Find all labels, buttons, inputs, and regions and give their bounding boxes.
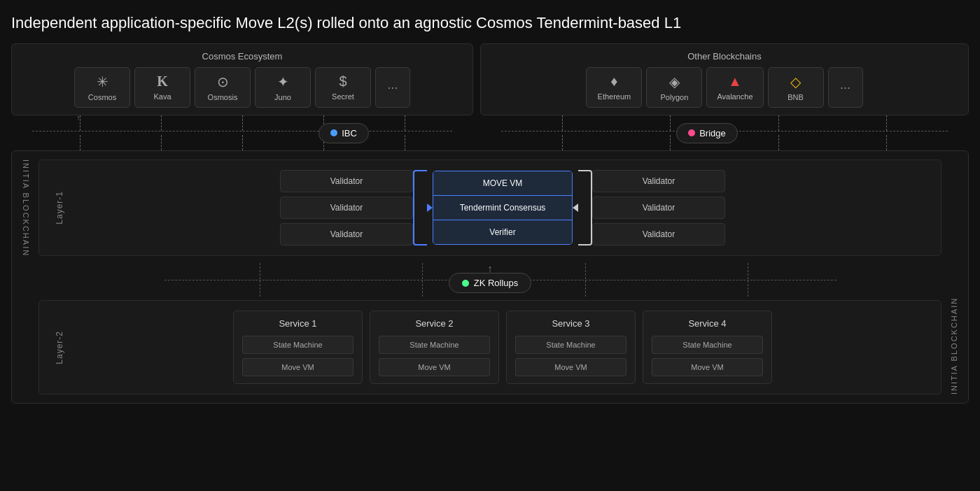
other-panel-header: Other Blockchains (488, 51, 961, 62)
ibc-label: IBC (342, 128, 357, 138)
other-arrow-d4 (886, 135, 887, 150)
ethereum-name: Ethereum (598, 92, 631, 101)
cosmos-dashed-line (32, 131, 452, 131)
vm-box-move: MOVE VM (433, 171, 572, 196)
cosmos-chains: ✳ Cosmos K Kava ⊙ Osmosis ✦ Juno (19, 67, 465, 108)
avalanche-icon: ▲ (728, 73, 742, 90)
service-3-vm: Move VM (515, 358, 626, 376)
cosmos-panel: Cosmos Ecosystem ✳ Cosmos K Kava ⊙ Osmos… (11, 43, 473, 115)
service-2-vm: Move VM (379, 358, 490, 376)
chain-ethereum: ♦ Ethereum (586, 67, 642, 108)
other-arrow-4 (886, 115, 887, 131)
cosmos-arrows-down (11, 135, 473, 150)
layer1-section: Layer-1 Validator Validator Validator (38, 159, 941, 256)
secret-icon: $ (339, 73, 346, 90)
cosmos-panel-header: Cosmos Ecosystem (19, 51, 465, 62)
service-4-title: Service 4 (652, 318, 763, 329)
service-4-state: State Machine (652, 336, 763, 354)
other-chains: ♦ Ethereum ◈ Polygon ▲ Avalanche ◇ BNB (488, 67, 961, 108)
initia-label-left: Initia Blockchain (19, 159, 33, 394)
other-arrow-2 (670, 115, 671, 131)
validators-right: Validator Validator Validator (592, 170, 725, 246)
arrow-right (427, 204, 433, 212)
osmosis-name: Osmosis (208, 93, 238, 101)
validator-left-3: Validator (280, 223, 413, 246)
cosmos-arrow-3 (242, 115, 243, 131)
bnb-icon: ◇ (790, 73, 801, 90)
validator-right-1: Validator (592, 170, 725, 192)
arrow-left (573, 204, 578, 212)
initia-inner: Layer-1 Validator Validator Validator (38, 159, 941, 394)
avalanche-name: Avalanche (717, 92, 752, 101)
cosmos-arrow-d5 (405, 135, 405, 150)
cosmos-arrow-2 (161, 115, 162, 131)
chain-avalanche: ▲ Avalanche (706, 67, 763, 108)
validators-left: Validator Validator Validator (280, 170, 413, 246)
cosmos-arrow-d2 (161, 135, 162, 150)
secret-name: Secret (332, 92, 354, 101)
services-row: Service 1 State Machine Move VM Service … (76, 311, 930, 384)
bracket-right (578, 170, 592, 246)
other-arrow-3 (778, 115, 779, 131)
diagram-wrapper: Cosmos Ecosystem ✳ Cosmos K Kava ⊙ Osmos… (11, 43, 969, 404)
cosmos-arrow-d1 (80, 135, 80, 150)
service-3-title: Service 3 (515, 318, 626, 329)
service-1-state: State Machine (242, 336, 354, 354)
initia-label-right: Initia Blockchain (947, 159, 961, 394)
page: Independent application-specific Move L2… (0, 0, 980, 411)
service-card-4: Service 4 State Machine Move VM (643, 311, 772, 384)
chain-osmosis: ⊙ Osmosis (195, 67, 251, 108)
chain-juno: ✦ Juno (255, 67, 311, 108)
bnb-name: BNB (788, 93, 804, 101)
juno-icon: ✦ (277, 73, 289, 90)
chain-bnb: ◇ BNB (768, 67, 824, 108)
service-3-state: State Machine (515, 336, 626, 354)
cosmos-more: ··· (375, 67, 410, 108)
service-card-1: Service 1 State Machine Move VM (233, 311, 363, 384)
chain-polygon: ◈ Polygon (646, 67, 702, 108)
vm-box-tendermint: Tendermint Consensus (433, 196, 572, 220)
service-4-vm: Move VM (652, 358, 763, 376)
other-arrow-1 (562, 115, 563, 131)
other-panel: Other Blockchains ♦ Ethereum ◈ Polygon ▲… (480, 43, 969, 115)
bridge-dot (688, 129, 695, 136)
validator-left-2: Validator (280, 197, 413, 219)
mid-connector-row: ↑ IBC (11, 115, 969, 150)
validator-right-2: Validator (592, 197, 725, 219)
service-card-2: Service 2 State Machine Move VM (370, 311, 499, 384)
zk-badge: ZK Rollups (449, 273, 532, 293)
polygon-name: Polygon (661, 93, 689, 101)
bridge-badge: Bridge (676, 123, 738, 143)
service-1-title: Service 1 (242, 318, 354, 329)
bracket-left (413, 170, 427, 246)
chain-kava: K Kava (134, 67, 190, 108)
chain-cosmos: ✳ Cosmos (74, 67, 130, 108)
ibc-dot (330, 129, 337, 136)
other-arrow-d1 (562, 135, 563, 150)
service-2-state: State Machine (379, 336, 490, 354)
juno-name: Juno (274, 93, 291, 101)
layer1-label: Layer-1 (50, 191, 64, 225)
other-mid: Bridge (480, 115, 969, 150)
zk-dot (462, 280, 469, 287)
ethereum-icon: ♦ (610, 73, 617, 90)
polygon-icon: ◈ (669, 73, 680, 90)
bridge-label: Bridge (699, 128, 726, 138)
layer2-label: Layer-2 (50, 331, 64, 364)
top-blockchains: Cosmos Ecosystem ✳ Cosmos K Kava ⊙ Osmos… (11, 43, 969, 115)
ibc-badge: IBC (318, 123, 369, 143)
layer1-inner: Validator Validator Validator (76, 170, 930, 246)
other-arrow-d3 (778, 135, 779, 150)
service-card-3: Service 3 State Machine Move VM (506, 311, 636, 384)
other-arrow-d2 (670, 135, 671, 150)
chain-secret: $ Secret (315, 67, 371, 108)
center-vm: MOVE VM Tendermint Consensus Verifier (433, 171, 573, 245)
service-1-vm: Move VM (242, 358, 354, 376)
cosmos-mid: ↑ IBC (11, 115, 473, 150)
page-title: Independent application-specific Move L2… (11, 14, 969, 32)
osmosis-icon: ⊙ (217, 73, 229, 90)
cosmos-arrow-d3 (242, 135, 243, 150)
cosmos-arrow-5 (405, 115, 405, 131)
cosmos-arrows-up: ↑ (11, 115, 473, 131)
initia-outer: Initia Blockchain Layer-1 Validator Vali… (11, 150, 969, 404)
